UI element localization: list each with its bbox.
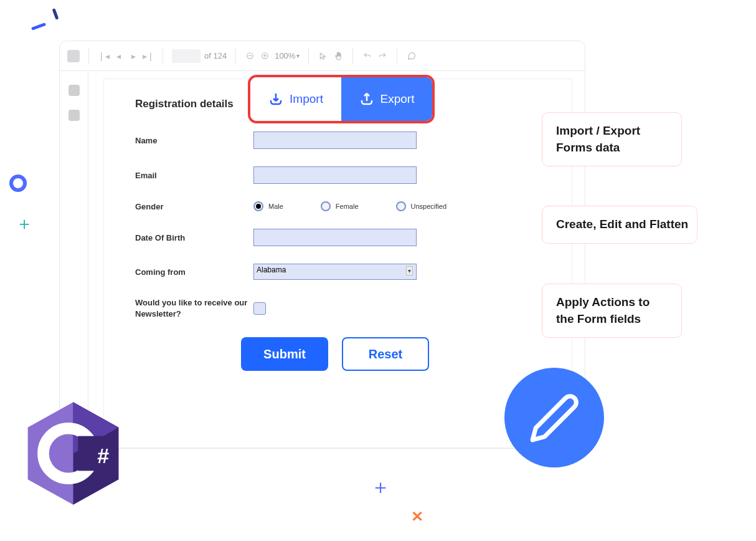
annotation-create-edit: Create, Edit and Flatten: [542, 206, 697, 244]
form-row-name: Name: [135, 132, 547, 149]
zoom-out-icon[interactable]: [245, 50, 256, 62]
undo-icon[interactable]: [362, 50, 373, 62]
dob-input[interactable]: [253, 229, 417, 246]
newsletter-checkbox[interactable]: [253, 302, 266, 315]
sidebar-panel-icon[interactable]: [69, 110, 80, 121]
coming-from-label: Coming from: [135, 267, 253, 277]
form-row-dob: Date Of Birth: [135, 229, 547, 246]
zoom-in-icon[interactable]: [260, 50, 271, 62]
csharp-badge: #: [25, 399, 121, 508]
separator: [397, 48, 397, 64]
coming-from-select[interactable]: Alabama: [253, 264, 417, 280]
svg-text:#: #: [97, 444, 109, 467]
gender-radio-female[interactable]: Female: [321, 201, 359, 211]
document-area: Registration details Name Email Gender M…: [103, 79, 572, 448]
gender-radio-unspecified[interactable]: Unspecified: [396, 201, 447, 211]
last-page-icon[interactable]: ▸❘: [143, 50, 154, 62]
gender-radio-male[interactable]: Male: [253, 201, 283, 211]
first-page-icon[interactable]: ❘◂: [98, 50, 109, 62]
reset-button[interactable]: Reset: [342, 337, 429, 371]
gender-label: Gender: [135, 202, 253, 211]
email-label: Email: [135, 171, 253, 180]
name-label: Name: [135, 136, 253, 145]
sidebar: [60, 71, 88, 448]
edit-fab[interactable]: [504, 368, 604, 467]
pencil-icon: [528, 391, 581, 444]
pan-tool-icon[interactable]: [333, 50, 344, 62]
separator: [163, 48, 163, 64]
sidebar-panel-icon[interactable]: [69, 85, 80, 96]
toolbar: ❘◂ ◂ ▸ ▸❘ of 124 100% ▾: [60, 41, 585, 71]
redo-icon[interactable]: [377, 50, 388, 62]
decoration-plus-teal: ＋: [16, 212, 33, 236]
submit-button[interactable]: Submit: [241, 337, 328, 371]
radio-label: Male: [268, 203, 283, 210]
form-row-email: Email: [135, 166, 547, 184]
name-input[interactable]: [253, 132, 417, 149]
annotation-apply-actions: Apply Actions to the Form fields: [542, 284, 682, 338]
selection-tool-icon[interactable]: [318, 50, 329, 62]
form-row-coming-from: Coming from Alabama: [135, 264, 547, 280]
decoration-circle: [9, 175, 27, 192]
zoom-level-dropdown[interactable]: 100% ▾: [275, 51, 300, 60]
radio-icon: [396, 201, 406, 211]
import-export-callout: Import Export: [248, 75, 435, 123]
annotation-import-export: Import / Export Forms data: [542, 112, 682, 166]
next-page-icon[interactable]: ▸: [128, 50, 139, 62]
import-icon: [268, 92, 283, 107]
dob-label: Date Of Birth: [135, 233, 253, 242]
prev-page-icon[interactable]: ◂: [113, 50, 124, 62]
separator: [88, 48, 89, 64]
separator: [308, 48, 309, 64]
export-button[interactable]: Export: [341, 77, 432, 121]
import-button[interactable]: Import: [250, 77, 341, 121]
decoration-cross-orange: ✕: [411, 508, 423, 525]
toolbar-menu-icon[interactable]: [67, 50, 80, 62]
form-row-newsletter: Would you like to receive our Newsletter…: [135, 297, 547, 320]
radio-icon: [253, 201, 263, 211]
separator: [352, 48, 353, 64]
page-count-label: of 124: [204, 51, 227, 60]
page-number-input[interactable]: [172, 49, 201, 63]
radio-label: Female: [336, 203, 359, 210]
export-icon: [359, 92, 374, 107]
newsletter-label: Would you like to receive our Newsletter…: [135, 297, 253, 320]
gender-radio-group: Male Female Unspecified: [253, 201, 447, 211]
email-input[interactable]: [253, 166, 417, 184]
radio-label: Unspecified: [411, 203, 447, 210]
comment-icon[interactable]: [406, 50, 417, 62]
csharp-icon: #: [25, 399, 121, 508]
radio-icon: [321, 201, 331, 211]
form-row-gender: Gender Male Female Unspecified: [135, 201, 547, 211]
decoration-plus-blue: ＋: [371, 474, 390, 501]
separator: [235, 48, 236, 64]
form-actions: Submit Reset: [241, 337, 547, 371]
